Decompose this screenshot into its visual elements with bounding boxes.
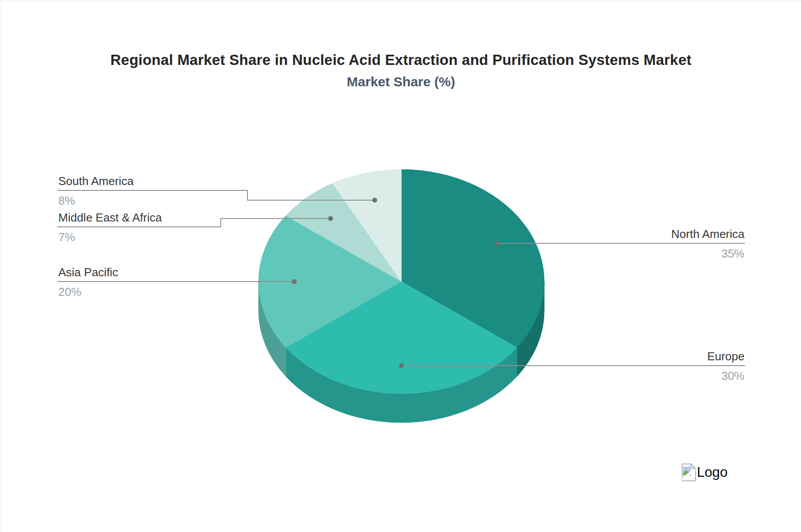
label-dot-asia-pacific <box>292 279 297 284</box>
label-dot-north-america <box>494 241 499 246</box>
label-dot-europe <box>399 363 404 368</box>
chart-page: Regional Market Share in Nucleic Acid Ex… <box>0 0 801 532</box>
broken-image-icon <box>681 463 696 482</box>
logo-alt-text: Logo <box>697 463 728 482</box>
logo-container: Logo <box>681 463 728 482</box>
label-dot-middle-east-africa <box>328 216 333 221</box>
label-dot-south-america <box>372 197 377 202</box>
pie-chart-canvas[interactable] <box>0 0 801 532</box>
